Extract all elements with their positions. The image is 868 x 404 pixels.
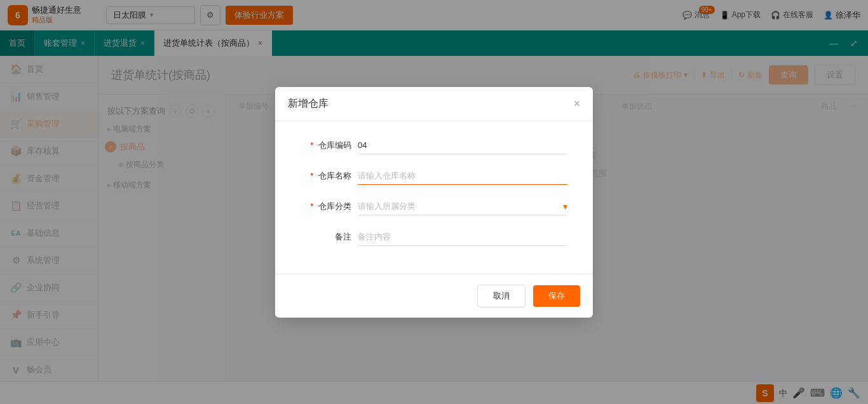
warehouse-name-input[interactable]	[358, 167, 567, 185]
save-button[interactable]: 保存	[533, 285, 580, 307]
category-select-wrapper: 请输入所属分类 ▾	[358, 198, 567, 215]
required-star-code: *	[310, 140, 313, 150]
dialog-header: 新增仓库 ×	[275, 87, 593, 121]
form-row-code: * 仓库编码	[301, 137, 567, 154]
name-label: * 仓库名称	[301, 170, 351, 182]
code-label: * 仓库编码	[301, 140, 351, 151]
required-star-name: *	[310, 171, 313, 180]
dialog-footer: 取消 保存	[275, 274, 593, 318]
category-label: * 仓库分类	[301, 201, 351, 212]
notes-label: 备注	[301, 231, 351, 243]
warehouse-code-input[interactable]	[358, 137, 567, 154]
warehouse-notes-input[interactable]	[358, 228, 567, 246]
dialog-title: 新增仓库	[288, 97, 329, 111]
dialog-overlay: 新增仓库 × * 仓库编码 * 仓库名称	[0, 0, 868, 404]
warehouse-category-select[interactable]: 请输入所属分类	[358, 198, 567, 215]
form-row-name: * 仓库名称	[301, 167, 567, 185]
new-warehouse-dialog: 新增仓库 × * 仓库编码 * 仓库名称	[275, 87, 593, 318]
form-row-notes: 备注	[301, 228, 567, 246]
dialog-body: * 仓库编码 * 仓库名称 * 仓库分类	[275, 121, 593, 274]
required-star-category: *	[310, 201, 313, 211]
cancel-button[interactable]: 取消	[477, 285, 526, 307]
dialog-close-button[interactable]: ×	[573, 98, 580, 109]
form-row-category: * 仓库分类 请输入所属分类 ▾	[301, 198, 567, 215]
